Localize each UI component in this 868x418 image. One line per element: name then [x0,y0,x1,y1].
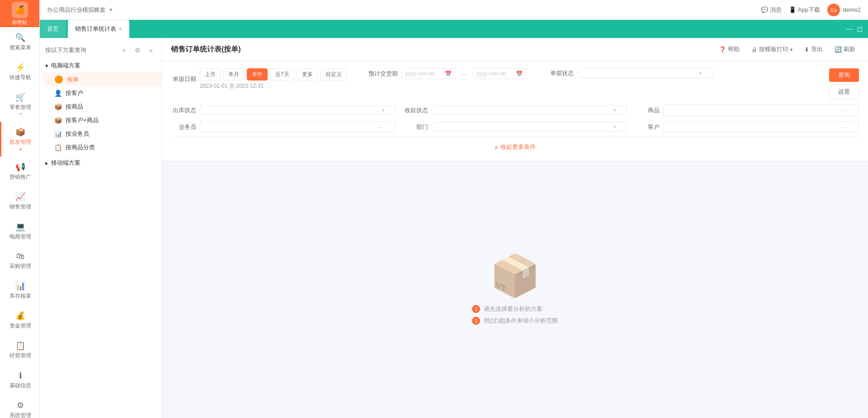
page-title-bar: 销售订单统计表(按单) ❓ 帮助 🖨 按模板打印 ▾ ⬇ 导出 [162,38,868,61]
refresh-btn[interactable]: 🔄 刷新 [831,43,859,55]
status-select[interactable]: ▾ [577,68,713,78]
salesperson-select[interactable]: ··· [200,121,396,133]
tree-item-by-category[interactable]: 📋 按商品分类 [43,141,161,154]
add-scheme-btn[interactable]: + [119,45,129,55]
retail-icon: 🛒 [15,92,25,102]
goods-dots[interactable]: ··· [839,107,848,114]
empty-tip-1: 1 请先选择要分析的方案 [472,305,557,313]
marketing-icon: 📢 [15,162,25,172]
sidebar-item-retail[interactable]: 🛒 零售管理 ▾ [0,87,40,122]
expected-date-to[interactable]: yyyy-mm-dd 📅 [472,68,527,79]
export-btn[interactable]: ⬇ 导出 [801,43,826,55]
goods-select[interactable]: ··· [663,104,859,116]
logo: 🍊 标橙贴 [0,0,40,27]
expected-date-from[interactable]: yyyy-mm-dd 📅 [401,68,456,79]
user-menu[interactable]: Ea demo2 [827,4,861,16]
sidebar-item-label: 经营管理 [9,352,31,360]
sidebar-item-search[interactable]: 🔍 搜索菜单 [0,27,40,57]
sidebar-item-label: 零售管理 [9,104,31,111]
sidebar-item-sales[interactable]: 📈 销售管理 [0,186,40,216]
sidebar-item-label: 快捷导航 [9,74,31,81]
collapse-panel-btn[interactable]: « [146,45,156,55]
tree-item-by-order[interactable]: 🟠 按单 [43,72,161,86]
tree-item-label: 按单 [67,76,79,84]
date-to-placeholder: yyyy-mm-dd [476,71,506,77]
main-area: 办公用品行业模拟账套 ▾ 💬 消息 📱 App下载 Ea demo2 首页 [40,0,868,418]
customer-select[interactable]: ··· [663,121,859,133]
top-header: 办公用品行业模拟账套 ▾ 💬 消息 📱 App下载 Ea demo2 [40,0,868,20]
help-btn[interactable]: ❓ 帮助 [715,43,743,55]
settings-scheme-btn[interactable]: ⚙ [132,45,142,55]
tree-item-label: 按商品分类 [66,143,95,152]
wholesale-icon: 📦 [15,127,25,137]
tree-item-by-goods[interactable]: 📦 按商品 [43,100,161,114]
inventory-icon: 📊 [15,281,25,291]
sidebar-item-label: 资金管理 [9,322,31,330]
date-btn-thismonth[interactable]: 本月 [223,68,244,81]
sidebar-item-wholesale[interactable]: 📦 批发管理 ▴ [0,122,40,157]
status-label: 单据状态 [548,69,574,77]
tip2-text: 用[过滤]条件来缩小分析范围 [484,317,557,325]
sidebar-item-operations[interactable]: 📋 经营管理 [0,335,40,365]
tree-item-by-customer-goods[interactable]: 📦 按客户+商品 [43,114,161,127]
salesperson-dots[interactable]: ··· [376,124,384,130]
sidebar-item-inventory[interactable]: 📊 库存核算 [0,276,40,305]
tree-children-desktop: 🟠 按单 👤 按客户 📦 按商品 📦 按客户+商品 📊 按业务员 [40,72,161,154]
tree-item-label: 按业务员 [66,130,89,138]
by-customer-goods-icon: 📦 [54,117,62,124]
sidebar-item-quicknav[interactable]: ⚡ 快捷导航 [0,57,40,87]
system-icon: ⚙ [17,400,24,410]
header-right: 💬 消息 📱 App下载 Ea demo2 [761,4,861,16]
tab-bar: 首页 销售订单统计表 × — ⊡ [40,20,868,38]
sidebar-item-label: 营销推广 [9,173,31,181]
content-area: 按以下方案查询 + ⚙ « ▾ 电脑端方案 🟠 按单 👤 按客 [40,38,868,418]
collapse-more-btn[interactable]: ∧ 收起更多条件 [171,140,859,154]
delivery-status-select[interactable]: ▾ [200,105,396,115]
sidebar-item-basics[interactable]: ℹ 基础信息 [0,365,40,395]
help-label: 帮助 [728,45,740,53]
tree-parent-label: 电脑端方案 [51,62,80,70]
app-download-btn[interactable]: 📱 App下载 [789,6,820,14]
sidebar-item-label: 采购管理 [9,262,31,270]
message-btn[interactable]: 💬 消息 [761,6,782,14]
title-arrow[interactable]: ▾ [109,6,113,13]
tree-item-by-customer[interactable]: 👤 按客户 [43,86,161,100]
dept-select[interactable]: ▾ [432,122,627,132]
sidebar-item-purchase[interactable]: 🛍 采购管理 [0,246,40,276]
tab-maximize-btn[interactable]: ⊡ [857,25,863,33]
tab-close-icon[interactable]: × [119,26,122,32]
sidebar-item-marketing[interactable]: 📢 营销推广 [0,157,40,186]
by-category-icon: 📋 [54,144,62,151]
sidebar-item-ecommerce[interactable]: 💻 电商管理 [0,216,40,246]
customer-dots[interactable]: ··· [839,124,848,130]
by-salesperson-icon: 📊 [54,130,62,138]
app-title: 办公用品行业模拟账套 [47,6,106,14]
date-btn-more[interactable]: 更多 [297,68,318,81]
sidebar-item-label: 电商管理 [9,233,31,241]
date-btn-thisyear[interactable]: 本年 [247,68,268,81]
app-download-label: App下载 [798,6,820,14]
tab-bar-right: — ⊡ [846,25,868,33]
tree-parent-mobile[interactable]: ▸ 移动端方案 [40,156,161,170]
tree-parent-desktop[interactable]: ▾ 电脑端方案 [40,59,161,72]
payment-status-select[interactable]: ▾ [432,105,627,115]
query-btn[interactable]: 查询 [829,68,859,82]
tree-item-label: 按客户+商品 [66,116,99,124]
refresh-label: 刷新 [844,45,855,53]
date-btn-lastmonth[interactable]: 上月 [200,68,221,81]
tab-home[interactable]: 首页 [40,20,66,38]
sidebar-item-system[interactable]: ⚙ 系统管理 [0,395,40,418]
tab-minimize-btn[interactable]: — [846,25,853,33]
tab-active-label: 销售订单统计表 [75,25,116,33]
sidebar-item-finance[interactable]: 💰 资金管理 [0,305,40,335]
message-label: 消息 [770,6,782,14]
date-btn-7days[interactable]: 近7天 [270,68,294,81]
settings-btn[interactable]: 设置 [829,85,859,99]
tree-item-by-salesperson[interactable]: 📊 按业务员 [43,127,161,141]
ecommerce-icon: 💻 [15,222,25,232]
tab-sales-stats[interactable]: 销售订单统计表 × [68,20,129,38]
date-btn-custom[interactable]: 自定义 [321,68,347,81]
tip1-text: 请先选择要分析的方案 [484,305,542,313]
right-panel: 销售订单统计表(按单) ❓ 帮助 🖨 按模板打印 ▾ ⬇ 导出 [162,38,868,418]
print-btn[interactable]: 🖨 按模板打印 ▾ [748,43,796,55]
